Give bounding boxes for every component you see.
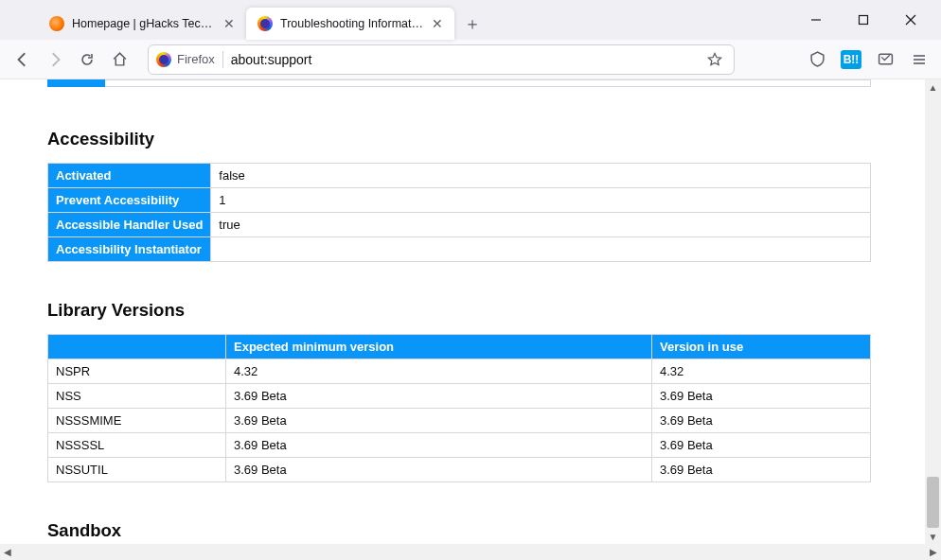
new-tab-button[interactable]: ＋: [458, 9, 487, 38]
cell-inuse: 3.69 Beta: [652, 409, 871, 433]
cell-expected: 3.69 Beta: [226, 458, 652, 482]
sandbox-heading: Sandbox: [47, 520, 878, 541]
table-row: NSSUTIL3.69 Beta3.69 Beta: [48, 458, 871, 482]
table-row: Activatedfalse: [48, 164, 871, 188]
scroll-left-arrow-icon[interactable]: ◀: [0, 544, 15, 560]
column-header: Expected minimum version: [226, 335, 652, 359]
column-header: Version in use: [652, 335, 871, 359]
row-value: [211, 237, 871, 262]
cell-expected: 4.32: [226, 359, 652, 384]
cell-expected: 3.69 Beta: [226, 433, 652, 458]
forward-button[interactable]: [40, 44, 70, 75]
row-header: Accessibility Instantiator: [48, 237, 211, 262]
close-tab-button[interactable]: ✕: [222, 16, 237, 31]
cell-inuse: 3.69 Beta: [652, 384, 871, 409]
ghacks-favicon-icon: [49, 16, 64, 31]
row-value: false: [211, 164, 871, 188]
firefox-favicon-icon: [257, 16, 273, 31]
scroll-right-arrow-icon[interactable]: ▶: [926, 544, 941, 560]
column-header: [48, 335, 226, 359]
cell-expected: 3.69 Beta: [226, 409, 652, 433]
vertical-scrollbar[interactable]: ▲ ▼: [925, 79, 941, 544]
cell-inuse: 3.69 Beta: [652, 458, 871, 482]
table-row: Accessible Handler Usedtrue: [48, 213, 871, 237]
url-text: about:support: [231, 52, 703, 67]
titlebar: Homepage | gHacks Technology News ✕ Trou…: [0, 0, 941, 40]
back-button[interactable]: [8, 44, 38, 75]
tab-label: Homepage | gHacks Technology News: [72, 17, 216, 30]
row-header: Prevent Accessibility: [48, 188, 211, 213]
library-versions-heading: Library Versions: [47, 300, 878, 321]
window-maximize-button[interactable]: [850, 7, 877, 33]
accessibility-table: ActivatedfalsePrevent Accessibility1Acce…: [47, 163, 871, 262]
screenshot-icon[interactable]: [871, 44, 899, 75]
table-row: Accessibility Instantiator: [48, 237, 871, 262]
toolbar-right: B!!: [803, 44, 933, 75]
window-controls: [803, 0, 937, 40]
row-value: 1: [211, 188, 871, 213]
url-bar[interactable]: Firefox about:support: [148, 44, 735, 75]
close-tab-button[interactable]: ✕: [430, 16, 445, 31]
cell-name: NSSSSL: [48, 433, 226, 458]
accessibility-heading: Accessibility: [47, 129, 878, 149]
cell-name: NSS: [48, 384, 226, 409]
horizontal-scrollbar[interactable]: ◀ ▶: [0, 544, 941, 560]
tab-ghacks[interactable]: Homepage | gHacks Technology News ✕: [38, 8, 246, 40]
urlbar-separator: [222, 51, 223, 68]
cell-expected: 3.69 Beta: [226, 384, 652, 409]
cell-name: NSPR: [48, 359, 226, 384]
library-versions-table: Expected minimum versionVersion in use N…: [47, 334, 871, 482]
row-header: Activated: [48, 164, 211, 188]
window-close-button[interactable]: [897, 7, 924, 33]
table-row: NSPR4.324.32: [48, 359, 871, 384]
cell-name: NSSUTIL: [48, 458, 226, 482]
cell-name: NSSSMIME: [48, 409, 226, 433]
home-button[interactable]: [104, 44, 134, 75]
tab-label: Troubleshooting Information: [280, 17, 424, 30]
table-row: NSS3.69 Beta3.69 Beta: [48, 384, 871, 409]
pocket-icon[interactable]: [803, 44, 831, 75]
reload-button[interactable]: [72, 44, 102, 75]
svg-rect-1: [860, 16, 868, 25]
bookmark-star-icon[interactable]: [703, 52, 726, 67]
table-row: Prevent Accessibility1: [48, 188, 871, 213]
scroll-down-arrow-icon[interactable]: ▼: [925, 529, 941, 544]
row-value: true: [211, 213, 871, 237]
previous-section-stub: [47, 79, 871, 87]
table-row: NSSSMIME3.69 Beta3.69 Beta: [48, 409, 871, 433]
hatena-extension-icon[interactable]: B!!: [837, 44, 865, 75]
row-header: Accessible Handler Used: [48, 213, 211, 237]
scroll-thumb[interactable]: [927, 477, 939, 528]
content-viewport: Accessibility ActivatedfalsePrevent Acce…: [0, 79, 925, 544]
app-menu-button[interactable]: [905, 44, 933, 75]
navbar: Firefox about:support B!!: [0, 40, 941, 79]
cell-inuse: 3.69 Beta: [652, 433, 871, 458]
scroll-up-arrow-icon[interactable]: ▲: [925, 79, 941, 95]
cell-inuse: 4.32: [652, 359, 871, 384]
firefox-identity-icon: [156, 52, 171, 67]
table-row: NSSSSL3.69 Beta3.69 Beta: [48, 433, 871, 458]
identity-label: Firefox: [177, 52, 215, 66]
window-minimize-button[interactable]: [803, 7, 829, 33]
tab-troubleshooting[interactable]: Troubleshooting Information ✕: [246, 8, 454, 40]
